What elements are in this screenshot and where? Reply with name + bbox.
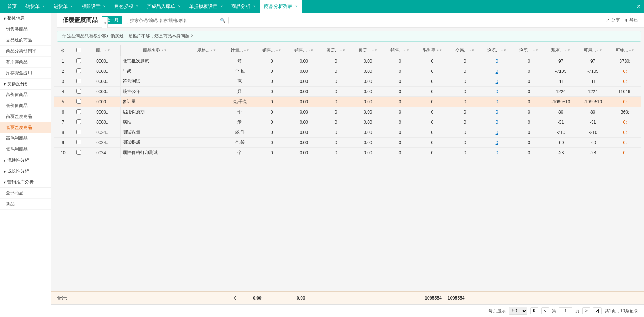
row-checkbox[interactable] <box>72 127 86 138</box>
row-gross-rate: 0 <box>416 56 449 66</box>
row-checkbox[interactable] <box>72 107 86 117</box>
nav-close-templates[interactable]: × <box>220 0 223 13</box>
row-checkbox[interactable] <box>72 97 86 107</box>
row-index: 8 <box>54 127 72 138</box>
close-all-button[interactable]: × <box>637 3 640 10</box>
row-name: 属性 <box>120 117 189 127</box>
sidebar-item-low-margin[interactable]: 低毛利商品 <box>0 144 51 155</box>
row-name: 多计量 <box>120 97 189 107</box>
row-sales-qty: 0 <box>256 138 288 148</box>
sidebar-item-stock-capital[interactable]: 库存资金占用 <box>0 68 51 79</box>
table-wrapper[interactable]: ⚙ 商...▲▼ 商品名称▲▼ 规格...▲▼ <box>51 45 644 291</box>
sidebar-item-low-value[interactable]: 低价值商品 <box>0 100 51 111</box>
row-checkbox[interactable] <box>72 87 86 97</box>
search-input[interactable] <box>130 18 220 23</box>
sidebar-item-traded-goods[interactable]: 交易过的商品 <box>0 35 51 46</box>
sidebar-section-group[interactable]: ▾ 类群度分析 <box>0 79 51 90</box>
sidebar-item-sales-goods[interactable]: 销售类商品 <box>0 24 51 35</box>
sidebar-item-low-coverage[interactable]: 低覆盖度商品 <box>0 122 51 133</box>
th-current[interactable]: 现有...▲▼ <box>545 45 577 56</box>
nav-item-home[interactable]: 首页 <box>3 0 21 13</box>
sidebar-item-new-goods[interactable]: 新品 <box>0 199 51 210</box>
sidebar-toggle-button[interactable]: « <box>102 17 108 28</box>
sidebar-item-high-coverage[interactable]: 高覆盖度商品 <box>0 111 51 122</box>
th-spec[interactable]: 规格...▲▼ <box>189 45 224 56</box>
table-settings-icon[interactable]: ⚙ <box>60 48 65 54</box>
nav-item-analysis-list[interactable]: 商品分析列表 × <box>260 0 302 13</box>
nav-item-sales[interactable]: 销货单 × <box>21 0 49 13</box>
nav-close-permissions[interactable]: × <box>103 0 106 13</box>
row-current: -7105 <box>545 66 577 76</box>
row-sales-x: 0 <box>384 138 416 148</box>
th-settings[interactable]: ⚙ <box>54 45 72 56</box>
sidebar-section-marketing[interactable]: ▾ 营销推广分析 <box>0 177 51 188</box>
page-size-select[interactable]: 50 20 100 <box>509 307 527 315</box>
nav-close-roles[interactable]: × <box>136 0 138 13</box>
sidebar-item-all-goods[interactable]: 全部商品 <box>0 188 51 199</box>
nav-close-products[interactable]: × <box>178 0 180 13</box>
row-browse1: 0 <box>481 127 513 138</box>
th-sales-qty[interactable]: 销售...▲▼ <box>256 45 288 56</box>
th-sales-x[interactable]: 销售...▲▼ <box>384 45 416 56</box>
nav-item-analysis[interactable]: 商品分析 × <box>227 0 260 13</box>
row-browse1: 0 <box>481 107 513 117</box>
row-current: -60 <box>545 138 577 148</box>
th-unit[interactable]: 计量...▲▼ <box>224 45 256 56</box>
sidebar-section-liquidity[interactable]: ▸ 流通性分析 <box>0 155 51 166</box>
th-cover2[interactable]: 覆盖...▲▼ <box>352 45 384 56</box>
last-page-button[interactable]: >| <box>593 307 602 314</box>
th-trade[interactable]: 交易...▲▼ <box>449 45 481 56</box>
nav-item-templates[interactable]: 单据模板设置 × <box>185 0 227 13</box>
row-checkbox[interactable] <box>72 56 86 66</box>
th-sellable[interactable]: 可销...▲▼ <box>609 45 641 56</box>
first-page-button[interactable]: K <box>530 307 538 314</box>
row-current: -11 <box>545 76 577 87</box>
row-browse1: 0 <box>481 97 513 107</box>
th-cover1[interactable]: 覆盖...▲▼ <box>320 45 352 56</box>
row-cover2: 0.00 <box>352 76 384 87</box>
row-checkbox[interactable] <box>72 148 86 158</box>
th-browse1[interactable]: 浏览...▲▼ <box>481 45 513 56</box>
sidebar-section-overall[interactable]: ▾ 整体信息 <box>0 13 51 24</box>
row-sales-x: 0 <box>384 127 416 138</box>
row-code: 0024... <box>86 127 120 138</box>
th-check[interactable] <box>72 45 86 56</box>
row-checkbox[interactable] <box>72 138 86 148</box>
export-button[interactable]: ⬇ 导出 <box>624 17 638 23</box>
sidebar-item-high-margin[interactable]: 高毛利商品 <box>0 133 51 144</box>
content-header: 低覆盖度商品 近一月 🔍 ↗ 分享 ⬇ 导出 <box>57 13 644 28</box>
row-available: 1224 <box>577 87 609 97</box>
nav-item-purchase[interactable]: 进货单 × <box>49 0 77 13</box>
row-checkbox[interactable] <box>72 76 86 87</box>
row-checkbox[interactable] <box>72 66 86 76</box>
nav-item-roles[interactable]: 角色授权 × <box>110 0 143 13</box>
check-all-checkbox[interactable] <box>76 48 81 52</box>
sidebar-item-in-stock[interactable]: 有库存商品 <box>0 57 51 68</box>
row-code: 0024... <box>86 148 120 158</box>
nav-item-permissions[interactable]: 权限设置 × <box>77 0 110 13</box>
th-available[interactable]: 可用...▲▼ <box>577 45 609 56</box>
next-page-button[interactable]: > <box>582 307 590 314</box>
th-browse2[interactable]: 浏览...▲▼ <box>513 45 545 56</box>
nav-item-products[interactable]: 产成品入库单 × <box>142 0 185 13</box>
sidebar-item-high-value[interactable]: 高价值商品 <box>0 90 51 100</box>
th-code[interactable]: 商...▲▼ <box>86 45 120 56</box>
share-button[interactable]: ↗ 分享 <box>606 17 620 23</box>
sidebar-section-growth[interactable]: ▸ 成长性分析 <box>0 166 51 177</box>
nav-close-analysis-list[interactable]: × <box>295 0 298 13</box>
nav-close-purchase[interactable]: × <box>71 0 73 13</box>
th-gross-rate[interactable]: 毛利率▲▼ <box>416 45 449 56</box>
nav-close-analysis[interactable]: × <box>253 0 255 13</box>
search-icon[interactable]: 🔍 <box>220 18 225 23</box>
th-name[interactable]: 商品名称▲▼ <box>120 45 189 56</box>
row-unit: 个 <box>224 148 256 158</box>
row-cover2: 0.00 <box>352 148 384 158</box>
th-sales-amt[interactable]: 销售...▲▼ <box>288 45 320 56</box>
row-checkbox[interactable] <box>72 117 86 127</box>
prev-page-button[interactable]: < <box>541 307 549 314</box>
nav-close-sales[interactable]: × <box>43 0 45 13</box>
sidebar-item-category-rate[interactable]: 商品分类动销率 <box>0 46 51 57</box>
row-browse2: 0 <box>513 148 545 158</box>
table-row: 80024...测试数量袋,件00.0000.0000000-210-2100: <box>54 127 641 138</box>
page-number-input[interactable] <box>559 307 572 314</box>
